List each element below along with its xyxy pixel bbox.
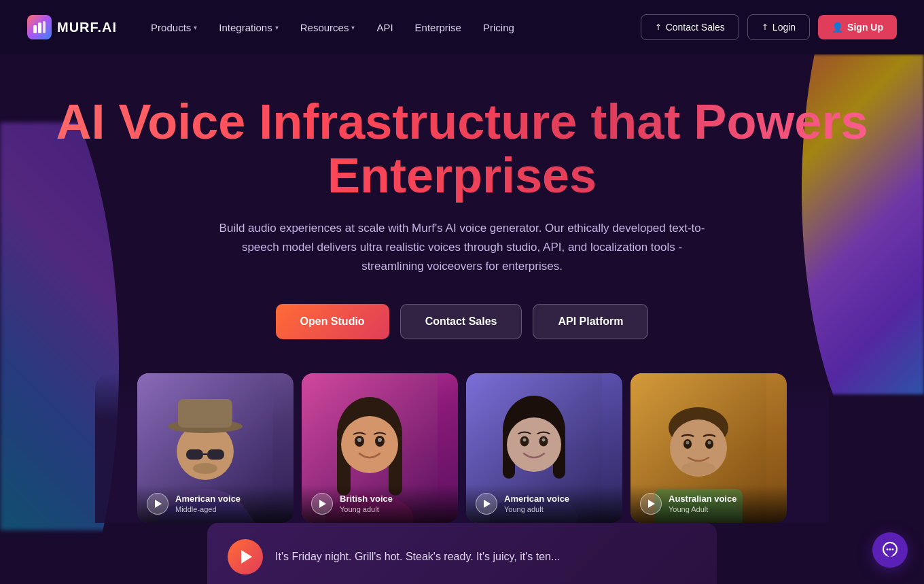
chat-icon [881,541,899,559]
cta-row: Open Studio Contact Sales API Platform [27,304,897,339]
voice-card-info: American voice Young adult [466,485,622,523]
svg-point-40 [708,441,711,444]
voice-cards-container: American voice Middle-aged [95,373,829,523]
svg-point-41 [681,462,715,475]
logo-icon [27,15,52,39]
play-button[interactable] [311,493,333,515]
nav-item-products[interactable]: Products ▾ [141,16,207,39]
signup-button[interactable]: 👤 Sign Up [818,15,897,39]
playback-bar: It's Friday night. Grill's hot. Steak's … [207,523,717,584]
voice-card-info: Australian voice Young Adult [630,485,787,523]
nav-item-api[interactable]: API [367,16,402,39]
voice-card-american-young-adult[interactable]: American voice Young adult [466,373,622,523]
voice-age: Young Adult [669,505,736,513]
play-icon [648,500,655,508]
svg-point-43 [887,549,889,551]
svg-rect-2 [43,21,46,33]
playback-text: It's Friday night. Grill's hot. Steak's … [275,551,696,563]
voice-type: American voice [504,494,569,505]
svg-rect-7 [178,399,232,428]
navbar: MURF.AI Products ▾ Integrations ▾ Resour… [0,0,924,54]
chevron-down-icon: ▾ [351,24,355,31]
voice-type: Australian voice [669,494,736,505]
svg-rect-1 [38,22,41,33]
svg-point-44 [889,549,891,551]
voice-type: American voice [175,494,241,505]
arrow-icon: ↗ [759,22,770,33]
voice-card-australian-young-adult[interactable]: Australian voice Young Adult [630,373,787,523]
playback-play-button[interactable] [228,539,263,574]
voice-cards-row: American voice Middle-aged [136,373,788,523]
logo[interactable]: MURF.AI [27,15,117,39]
svg-point-20 [357,438,361,442]
voice-card-british-young-adult[interactable]: British voice Young adult [302,373,458,523]
contact-sales-cta-button[interactable]: Contact Sales [400,304,522,339]
svg-rect-9 [207,449,224,460]
login-button[interactable]: ↗ Login [747,14,810,40]
svg-point-45 [892,549,894,551]
voice-label: Australian voice Young Adult [669,494,736,513]
api-platform-button[interactable]: API Platform [533,304,648,339]
logo-text: MURF.AI [57,20,117,35]
nav-item-integrations[interactable]: Integrations ▾ [209,16,287,39]
voice-type: British voice [340,494,393,505]
voice-card-info: British voice Young adult [302,485,458,523]
play-button[interactable] [476,493,497,515]
svg-point-11 [193,463,217,474]
voice-age: Young adult [504,505,569,513]
svg-rect-0 [33,25,37,33]
play-button[interactable] [640,493,662,515]
play-icon-large [241,550,252,564]
nav-item-resources[interactable]: Resources ▾ [291,16,365,39]
play-icon [319,500,326,508]
contact-sales-button[interactable]: ↗ Contact Sales [641,14,739,40]
nav-right: ↗ Contact Sales ↗ Login 👤 Sign Up [641,14,897,40]
play-button[interactable] [147,493,168,515]
arrow-icon: ↗ [652,22,664,33]
voice-age: Middle-aged [175,505,241,513]
voice-label: American voice Young adult [504,494,569,513]
voice-card-info: American voice Middle-aged [137,485,294,523]
hero-title: AI Voice Infrastructure that Powers Ente… [27,95,897,203]
voice-age: Young adult [340,505,393,513]
voice-card-american-middle-aged[interactable]: American voice Middle-aged [137,373,294,523]
chat-support-button[interactable] [872,532,908,568]
open-studio-button[interactable]: Open Studio [276,304,389,339]
voice-label: British voice Young adult [340,494,393,513]
svg-point-21 [378,438,382,442]
svg-point-39 [686,441,690,444]
svg-point-31 [542,438,546,441]
nav-item-pricing[interactable]: Pricing [474,16,524,39]
chevron-down-icon: ▾ [275,24,279,31]
play-icon [484,500,491,508]
nav-links: Products ▾ Integrations ▾ Resources ▾ AP… [141,16,524,39]
svg-point-27 [507,417,561,472]
chevron-down-icon: ▾ [194,24,197,31]
svg-rect-8 [186,449,203,460]
hero-section: AI Voice Infrastructure that Powers Ente… [0,54,924,584]
svg-point-17 [341,416,398,473]
play-icon [155,500,162,508]
svg-point-30 [523,438,527,441]
voice-label: American voice Middle-aged [175,494,241,513]
hero-subtitle: Build audio experiences at scale with Mu… [217,219,707,276]
nav-item-enterprise[interactable]: Enterprise [406,16,471,39]
user-icon: 👤 [832,22,843,33]
